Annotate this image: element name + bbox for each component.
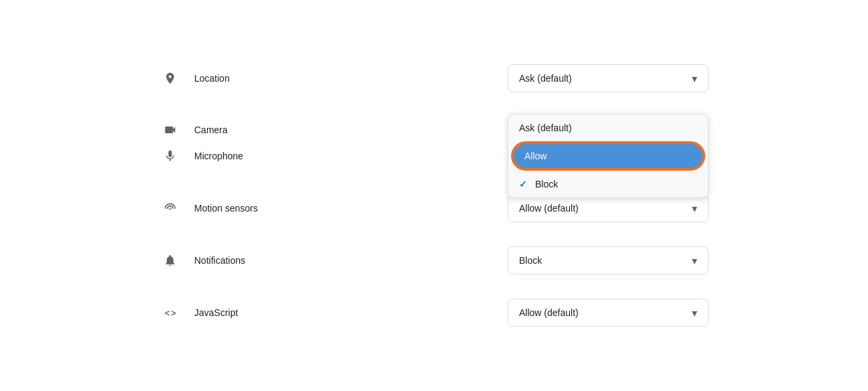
camera-row: Camera Ask (default) Allow ✓ Block xyxy=(159,104,709,137)
camera-dropdown-menu: Ask (default) Allow ✓ Block xyxy=(508,114,709,198)
location-dropdown-value: Ask (default) xyxy=(519,73,572,84)
location-chevron-icon: ▾ xyxy=(692,72,697,85)
location-label: Location xyxy=(194,73,230,84)
notifications-dropdown[interactable]: Block ▾ xyxy=(508,246,709,275)
motion-sensors-icon xyxy=(159,202,181,215)
javascript-chevron-icon: ▾ xyxy=(692,307,697,319)
motion-sensors-dropdown-value: Allow (default) xyxy=(519,203,579,214)
notifications-chevron-icon: ▾ xyxy=(692,254,697,267)
javascript-label: JavaScript xyxy=(194,307,238,318)
camera-icon xyxy=(159,123,181,137)
location-dropdown[interactable]: Ask (default) ▾ xyxy=(508,64,709,92)
motion-sensors-label: Motion sensors xyxy=(194,203,258,214)
camera-option-ask[interactable]: Ask (default) xyxy=(508,114,708,141)
camera-option-block-label: Block xyxy=(535,179,558,189)
motion-sensors-dropdown[interactable]: Allow (default) ▾ xyxy=(508,194,709,222)
camera-option-allow-label: Allow xyxy=(524,151,547,161)
javascript-dropdown-value: Allow (default) xyxy=(519,307,579,318)
microphone-label: Microphone xyxy=(194,151,243,161)
location-row: Location Ask (default) ▾ xyxy=(159,52,709,104)
notifications-row: Notifications Block ▾ xyxy=(159,234,709,287)
camera-option-block[interactable]: ✓ Block xyxy=(508,171,708,198)
location-icon xyxy=(159,72,181,85)
notifications-dropdown-value: Block xyxy=(519,255,542,266)
motion-sensors-chevron-icon: ▾ xyxy=(692,202,697,215)
camera-option-allow[interactable]: Allow xyxy=(514,144,703,168)
javascript-icon: < > xyxy=(159,308,181,318)
check-icon: ✓ xyxy=(519,179,527,189)
settings-container: Location Ask (default) ▾ Camera Ask (def… xyxy=(133,39,735,352)
notifications-label: Notifications xyxy=(194,255,245,266)
camera-label: Camera xyxy=(194,125,228,135)
camera-option-ask-label: Ask (default) xyxy=(519,123,572,133)
notifications-icon xyxy=(159,254,181,267)
javascript-dropdown[interactable]: Allow (default) ▾ xyxy=(508,299,709,327)
javascript-row: < > JavaScript Allow (default) ▾ xyxy=(159,287,709,339)
microphone-icon xyxy=(159,149,181,163)
